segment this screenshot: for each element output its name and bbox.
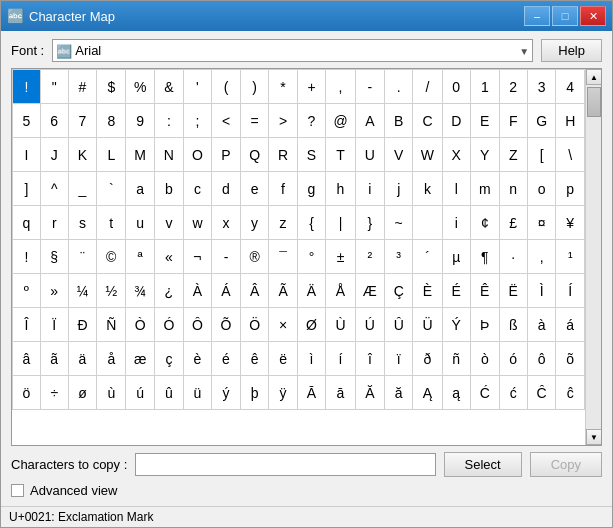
char-cell[interactable]: ÿ [269, 376, 297, 410]
char-cell[interactable]: - [355, 70, 384, 104]
char-cell[interactable]: ö [13, 376, 41, 410]
char-cell[interactable]: @ [326, 104, 355, 138]
char-cell[interactable]: ¿ [155, 274, 184, 308]
char-cell[interactable]: Á [212, 274, 241, 308]
char-cell[interactable]: ç [155, 342, 184, 376]
char-cell[interactable]: c [183, 172, 212, 206]
char-cell[interactable]: Ĉ [527, 376, 556, 410]
char-cell[interactable]: P [212, 138, 241, 172]
char-cell[interactable]: ¼ [68, 274, 97, 308]
char-cell[interactable]: ; [183, 104, 212, 138]
char-cell[interactable]: & [155, 70, 184, 104]
scrollbar-thumb[interactable] [587, 87, 601, 117]
char-cell[interactable]: . [385, 70, 413, 104]
minimize-button[interactable]: – [524, 6, 550, 26]
char-cell[interactable]: U [355, 138, 384, 172]
char-cell[interactable]: ß [499, 308, 527, 342]
char-cell[interactable]: á [556, 308, 585, 342]
char-cell[interactable]: ã [40, 342, 68, 376]
char-cell[interactable]: 4 [556, 70, 585, 104]
char-cell[interactable]: D [442, 104, 470, 138]
char-cell[interactable]: i [442, 206, 470, 240]
char-cell[interactable]: À [183, 274, 212, 308]
char-cell[interactable]: Ü [413, 308, 442, 342]
char-cell[interactable]: $ [97, 70, 126, 104]
char-cell[interactable]: g [297, 172, 326, 206]
char-cell[interactable]: Q [240, 138, 269, 172]
char-cell[interactable]: ¹ [556, 240, 585, 274]
char-cell[interactable]: i [355, 172, 384, 206]
scroll-down-button[interactable]: ▼ [586, 429, 602, 445]
char-cell[interactable]: Ą [413, 376, 442, 410]
char-cell[interactable]: : [155, 104, 184, 138]
char-cell[interactable]: Ä [297, 274, 326, 308]
char-cell[interactable]: µ [442, 240, 470, 274]
char-cell[interactable]: ± [326, 240, 355, 274]
char-cell[interactable]: b [155, 172, 184, 206]
char-cell[interactable]: I [13, 138, 41, 172]
char-cell[interactable]: B [385, 104, 413, 138]
char-cell[interactable]: ? [297, 104, 326, 138]
char-cell[interactable]: J [40, 138, 68, 172]
char-cell[interactable] [413, 206, 442, 240]
help-button[interactable]: Help [541, 39, 602, 62]
char-cell[interactable]: § [40, 240, 68, 274]
scrollbar[interactable]: ▲ ▼ [585, 69, 601, 445]
char-cell[interactable]: é [212, 342, 241, 376]
char-cell[interactable]: H [556, 104, 585, 138]
restore-button[interactable]: □ [552, 6, 578, 26]
char-cell[interactable]: £ [499, 206, 527, 240]
char-cell[interactable]: Ñ [97, 308, 126, 342]
char-cell[interactable]: æ [126, 342, 155, 376]
char-cell[interactable]: ć [499, 376, 527, 410]
char-cell[interactable]: 7 [68, 104, 97, 138]
char-cell[interactable]: 2 [499, 70, 527, 104]
char-cell[interactable]: Ã [269, 274, 297, 308]
char-cell[interactable]: â [13, 342, 41, 376]
char-cell[interactable]: = [240, 104, 269, 138]
char-cell[interactable]: Ú [355, 308, 384, 342]
char-cell[interactable]: 6 [40, 104, 68, 138]
char-cell[interactable]: * [269, 70, 297, 104]
char-cell[interactable]: î [355, 342, 384, 376]
char-cell[interactable]: 3 [527, 70, 556, 104]
char-cell[interactable]: ( [212, 70, 241, 104]
char-cell[interactable]: M [126, 138, 155, 172]
char-cell[interactable]: m [470, 172, 499, 206]
char-cell[interactable]: o [527, 172, 556, 206]
char-cell[interactable]: ¨ [68, 240, 97, 274]
char-cell[interactable]: y [240, 206, 269, 240]
char-cell[interactable]: º [13, 274, 41, 308]
char-cell[interactable]: Í [556, 274, 585, 308]
char-cell[interactable]: W [413, 138, 442, 172]
char-cell[interactable]: õ [556, 342, 585, 376]
char-cell[interactable]: ° [297, 240, 326, 274]
char-cell[interactable]: ) [240, 70, 269, 104]
char-cell[interactable]: à [527, 308, 556, 342]
char-cell[interactable]: ² [355, 240, 384, 274]
char-cell[interactable]: # [68, 70, 97, 104]
char-cell[interactable]: Ì [527, 274, 556, 308]
char-cell[interactable]: Z [499, 138, 527, 172]
char-cell[interactable]: ¯ [269, 240, 297, 274]
char-cell[interactable]: ¢ [470, 206, 499, 240]
char-cell[interactable]: ä [68, 342, 97, 376]
char-cell[interactable]: C [413, 104, 442, 138]
char-cell[interactable]: h [326, 172, 355, 206]
char-cell[interactable]: t [97, 206, 126, 240]
char-cell[interactable]: Ā [297, 376, 326, 410]
char-cell[interactable]: 1 [470, 70, 499, 104]
characters-to-copy-input[interactable] [135, 453, 435, 476]
char-cell[interactable]: ¾ [126, 274, 155, 308]
char-cell[interactable]: í [326, 342, 355, 376]
char-cell[interactable]: X [442, 138, 470, 172]
char-cell[interactable]: ! [13, 240, 41, 274]
char-cell[interactable]: 5 [13, 104, 41, 138]
char-cell[interactable]: Ø [297, 308, 326, 342]
char-cell[interactable]: ^ [40, 172, 68, 206]
char-cell[interactable]: | [326, 206, 355, 240]
char-cell[interactable]: Ó [155, 308, 184, 342]
char-cell[interactable]: Ò [126, 308, 155, 342]
char-cell[interactable]: - [212, 240, 241, 274]
char-cell[interactable]: > [269, 104, 297, 138]
